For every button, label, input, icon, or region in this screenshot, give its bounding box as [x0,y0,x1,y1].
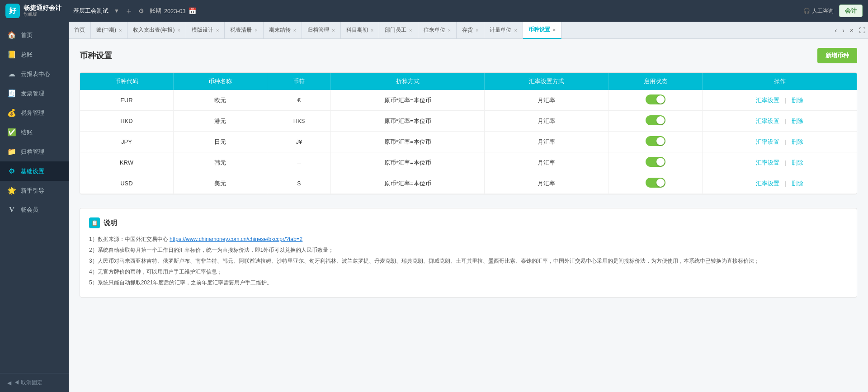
tab-close-archive[interactable]: × [332,28,335,33]
sidebar-item-guide[interactable]: 🌟 新手引导 [0,181,69,200]
toggle-switch[interactable] [646,94,665,104]
sidebar-item-label: 发票管理 [21,90,44,98]
sidebar-item-label: 税务管理 [21,109,44,117]
tab-unit[interactable]: 计量单位 × [484,22,523,39]
page-title-row: 币种设置 新增币种 [80,48,857,63]
col-code: 币种代码 [80,73,173,90]
rate-setting-link[interactable]: 汇率设置 [756,159,779,166]
sidebar-item-ledger[interactable]: 📒 总账 [0,45,69,64]
toggle-track[interactable] [646,115,665,125]
tab-archive[interactable]: 归档管理 × [302,22,340,39]
tab-client[interactable]: 往来单位 × [418,22,457,39]
tab-close-finance[interactable]: × [119,28,122,33]
tab-close-subjects[interactable]: × [371,28,373,33]
tab-prev-btn[interactable]: ‹ [832,22,840,39]
note-item-2: 2）系统自动获取每月第一个工作日的汇率标价，统一为直接标价法，即1外币可以兑换的… [89,245,848,255]
toggle-track[interactable] [646,157,665,167]
page-title: 币种设置 [80,50,112,61]
tab-subjects[interactable]: 科目期初 × [341,22,379,39]
tab-next-btn[interactable]: › [840,22,847,39]
sidebar-item-tax[interactable]: 💰 税务管理 [0,103,69,123]
cell-status[interactable] [609,152,703,173]
cell-actions: 汇率设置 | 删除 [703,173,857,194]
settings-icon[interactable]: ⚙ [138,7,144,14]
top-bar-center: 基层工会测试 ▼ ＋ ⚙ 账期 2023-03 📅 [73,5,803,16]
tab-close-income[interactable]: × [177,28,180,33]
tab-close-client[interactable]: × [448,28,451,33]
tab-close-currency[interactable]: × [553,27,556,33]
sidebar-item-label: 畅会员 [21,206,38,214]
toggle-switch[interactable] [646,157,665,167]
sidebar-item-label: 首页 [21,31,33,39]
sidebar-item-label: 归档管理 [21,148,44,156]
sidebar-item-invoice[interactable]: 🧾 发票管理 [0,84,69,103]
sidebar-item-member[interactable]: V 畅会员 [0,200,69,219]
tab-bar: 首页 账(中期) × 收入支出表(年报) × 模版设计 × 税表清册 × [69,22,868,39]
delete-link[interactable]: 删除 [792,97,803,104]
note-item-1: 1）数据来源：中国外汇交易中心 https://www.chinamoney.c… [89,234,848,245]
sidebar-unpin[interactable]: ◀ ◀ 取消固定 [0,373,69,392]
cell-status[interactable] [609,90,703,111]
cell-code: HKD [80,111,173,132]
tab-close-dept[interactable]: × [409,28,412,33]
tab-tax[interactable]: 税表清册 × [225,22,263,39]
tab-close-period-end[interactable]: × [293,28,296,33]
sidebar-item-settle[interactable]: ✅ 结账 [0,123,69,142]
tab-income[interactable]: 收入支出表(年报) × [127,22,186,39]
toggle-switch[interactable] [646,136,665,146]
tab-period-end[interactable]: 期末结转 × [264,22,302,39]
workspace-arrow-icon[interactable]: ▼ [114,8,119,14]
tab-home[interactable]: 首页 [69,22,91,39]
tab-close-inventory[interactable]: × [476,28,478,33]
cell-status[interactable] [609,111,703,132]
tab-close-tax[interactable]: × [255,28,257,33]
rate-setting-link[interactable]: 汇率设置 [756,97,779,104]
delete-link[interactable]: 删除 [792,159,803,166]
app-name: 畅捷通好会计 [24,4,61,12]
add-workspace-icon[interactable]: ＋ [125,5,133,16]
tab-inventory[interactable]: 存货 × [457,22,484,39]
tab-dept[interactable]: 部门员工 × [379,22,418,39]
cell-rate-type: 月汇率 [485,90,609,111]
toggle-track[interactable] [646,178,665,188]
tab-close-template[interactable]: × [216,28,219,33]
top-bar: 好 畅捷通好会计 旗舰版 基层工会测试 ▼ ＋ ⚙ 账期 2023-03 📅 🎧… [0,0,868,22]
tab-close-unit[interactable]: × [514,28,517,33]
calendar-icon[interactable]: 📅 [189,7,196,14]
tab-template[interactable]: 模版设计 × [186,22,225,39]
ledger-icon: 📒 [7,50,16,59]
tab-expand-btn[interactable]: ⛶ [856,22,868,39]
delete-link[interactable]: 删除 [792,138,803,145]
tax-icon: 💰 [7,109,16,117]
rate-setting-link[interactable]: 汇率设置 [756,138,779,145]
cell-code: USD [80,173,173,194]
delete-link[interactable]: 删除 [792,118,803,124]
toggle-track[interactable] [646,94,665,104]
sidebar-item-home[interactable]: 🏠 首页 [0,25,69,45]
tab-currency[interactable]: 币种设置 × [523,22,561,39]
currency-table-container: 币种代码 币种名称 币符 折算方式 汇率设置方式 启用状态 操作 [80,72,857,194]
toggle-track[interactable] [646,136,665,146]
delete-link[interactable]: 删除 [792,180,803,187]
workspace-name[interactable]: 基层工会测试 [73,7,108,15]
rate-setting-link[interactable]: 汇率设置 [756,180,779,187]
toggle-switch[interactable] [646,178,665,188]
rate-setting-link[interactable]: 汇率设置 [756,118,779,124]
notes-icon: 📋 [89,217,100,228]
sidebar-item-label: 基础设置 [21,167,44,175]
app-edition: 旗舰版 [24,11,61,18]
sidebar-item-settings[interactable]: ⚙ 基础设置 [0,161,69,181]
notes-section: 📋 说明 1）数据来源：中国外汇交易中心 https://www.chinamo… [80,208,857,298]
notes-link[interactable]: https://www.chinamoney.com.cn/chinese/bk… [170,236,302,242]
help-btn[interactable]: 🎧 人工咨询 [803,7,834,15]
new-currency-btn[interactable]: 新增币种 [817,48,857,63]
sidebar-item-archive[interactable]: 📁 归档管理 [0,142,69,161]
toggle-thumb [656,179,665,187]
accounting-btn[interactable]: 会计 [839,5,863,17]
tab-close-all-btn[interactable]: × [847,22,856,39]
tab-finance[interactable]: 账(中期) × [91,22,127,39]
cell-status[interactable] [609,173,703,194]
sidebar-item-reports[interactable]: ☁ 云报表中心 [0,64,69,84]
toggle-switch[interactable] [646,115,665,125]
cell-status[interactable] [609,132,703,152]
